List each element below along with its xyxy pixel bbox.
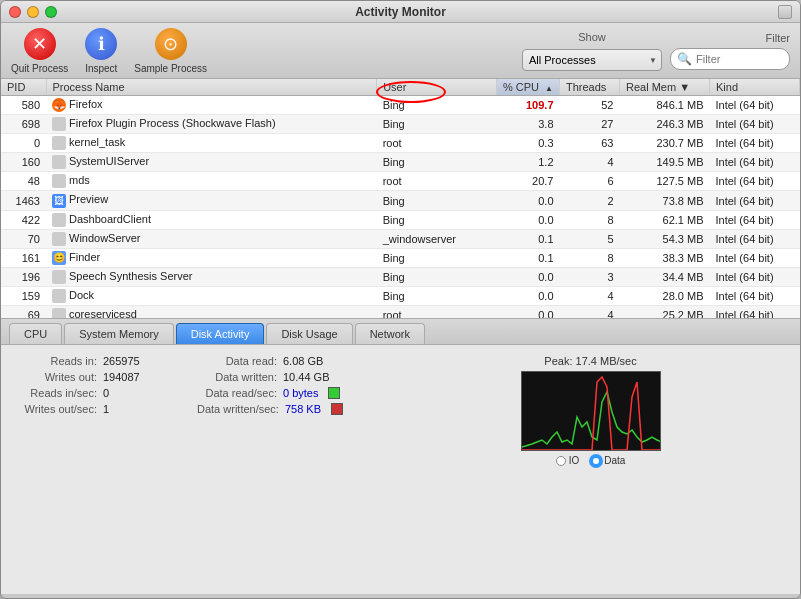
data-written-label: Data written: <box>197 371 277 383</box>
process-table-container[interactable]: PID Process Name User % CPU ▲ Threads Re… <box>1 79 800 319</box>
name-cell: Firefox Plugin Process (Shockwave Flash) <box>46 115 377 134</box>
reads-in-value: 265975 <box>103 355 140 367</box>
cpu-cell: 0.0 <box>496 267 559 286</box>
bottom-right-chart: Peak: 17.4 MB/sec IO Data <box>397 355 784 584</box>
process-icon <box>52 174 66 188</box>
io-legend-item[interactable]: IO <box>556 455 580 466</box>
col-mem[interactable]: Real Mem ▼ <box>620 79 710 96</box>
sample-process-button[interactable]: ⊙ Sample Process <box>134 28 207 74</box>
inspect-label: Inspect <box>85 63 117 74</box>
table-row[interactable]: 422 DashboardClient Bing 0.0 8 62.1 MB I… <box>1 210 800 229</box>
user-cell: _windowserver <box>377 229 497 248</box>
data-line <box>522 377 661 450</box>
filter-input[interactable] <box>696 53 776 65</box>
col-cpu[interactable]: % CPU ▲ <box>496 79 559 96</box>
kind-cell: Intel (64 bit) <box>710 191 800 210</box>
col-pid[interactable]: PID <box>1 79 46 96</box>
cpu-cell: 20.7 <box>496 172 559 191</box>
writes-out-row: Writes out: 194087 <box>17 371 177 383</box>
process-icon <box>52 117 66 131</box>
quit-icon: ✕ <box>24 28 56 60</box>
app-title: Activity Monitor <box>355 5 446 19</box>
chart-svg <box>522 372 661 451</box>
table-row[interactable]: 159 Dock Bing 0.0 4 28.0 MB Intel (64 bi… <box>1 286 800 305</box>
col-threads[interactable]: Threads <box>560 79 620 96</box>
toolbar: ✕ Quit Process ℹ Inspect ⊙ Sample Proces… <box>1 23 800 79</box>
col-user[interactable]: User <box>377 79 497 96</box>
data-read-value: 6.08 GB <box>283 355 323 367</box>
table-row[interactable]: 1463 🖼Preview Bing 0.0 2 73.8 MB Intel (… <box>1 191 800 210</box>
maximize-button[interactable] <box>45 6 57 18</box>
threads-cell: 52 <box>560 96 620 115</box>
table-row[interactable]: 196 Speech Synthesis Server Bing 0.0 3 3… <box>1 267 800 286</box>
close-button[interactable] <box>9 6 21 18</box>
user-cell: Bing <box>377 286 497 305</box>
tab-cpu[interactable]: CPU <box>9 323 62 344</box>
kind-cell: Intel (64 bit) <box>710 96 800 115</box>
tab-network[interactable]: Network <box>355 323 425 344</box>
table-row[interactable]: 580 🦊Firefox Bing 109.7 52 846.1 MB Inte… <box>1 96 800 115</box>
process-icon <box>52 308 66 319</box>
mem-cell: 127.5 MB <box>620 172 710 191</box>
chart-legend: IO Data <box>556 455 626 466</box>
filter-box[interactable]: 🔍 <box>670 48 790 70</box>
col-kind[interactable]: Kind <box>710 79 800 96</box>
kind-cell: Intel (64 bit) <box>710 134 800 153</box>
pid-cell: 0 <box>1 134 46 153</box>
data-radio[interactable] <box>591 456 601 466</box>
name-cell: Speech Synthesis Server <box>46 267 377 286</box>
name-cell: 🦊Firefox <box>46 96 377 115</box>
process-filter-select[interactable]: All Processes <box>522 49 662 71</box>
finder-icon: 😊 <box>52 251 66 265</box>
table-row[interactable]: 69 coreservicesd root 0.0 4 25.2 MB Inte… <box>1 306 800 319</box>
writes-per-sec-value: 1 <box>103 403 109 415</box>
kind-cell: Intel (64 bit) <box>710 306 800 319</box>
tab-system-memory[interactable]: System Memory <box>64 323 173 344</box>
process-table: PID Process Name User % CPU ▲ Threads Re… <box>1 79 800 319</box>
threads-cell: 4 <box>560 153 620 172</box>
threads-cell: 27 <box>560 115 620 134</box>
process-name-text: mds <box>69 174 90 186</box>
writes-per-sec-label: Writes out/sec: <box>17 403 97 415</box>
filter-search-icon: 🔍 <box>677 52 692 66</box>
process-icon <box>52 213 66 227</box>
pid-cell: 698 <box>1 115 46 134</box>
write-swatch <box>331 403 343 415</box>
tab-disk-usage[interactable]: Disk Usage <box>266 323 352 344</box>
table-row[interactable]: 0 kernel_task root 0.3 63 230.7 MB Intel… <box>1 134 800 153</box>
filter-label: Filter <box>766 32 790 44</box>
table-row[interactable]: 698 Firefox Plugin Process (Shockwave Fl… <box>1 115 800 134</box>
quit-process-button[interactable]: ✕ Quit Process <box>11 28 68 74</box>
io-radio[interactable] <box>556 456 566 466</box>
table-row[interactable]: 70 WindowServer _windowserver 0.1 5 54.3… <box>1 229 800 248</box>
table-row[interactable]: 48 mds root 20.7 6 127.5 MB Intel (64 bi… <box>1 172 800 191</box>
tab-disk-activity[interactable]: Disk Activity <box>176 323 265 344</box>
pid-cell: 160 <box>1 153 46 172</box>
reads-per-sec-row: Reads in/sec: 0 <box>17 387 177 399</box>
name-cell: coreservicesd <box>46 306 377 319</box>
data-legend-item[interactable]: Data <box>591 455 625 466</box>
minimize-button[interactable] <box>27 6 39 18</box>
table-row[interactable]: 161 😊Finder Bing 0.1 8 38.3 MB Intel (64… <box>1 248 800 267</box>
resize-button[interactable] <box>778 5 792 19</box>
preview-icon: 🖼 <box>52 194 66 208</box>
name-cell: mds <box>46 172 377 191</box>
kind-cell: Intel (64 bit) <box>710 172 800 191</box>
data-read-label: Data read: <box>197 355 277 367</box>
inspect-button[interactable]: ℹ Inspect <box>76 28 126 74</box>
process-filter-wrapper: All Processes ▼ <box>522 49 662 71</box>
name-cell: WindowServer <box>46 229 377 248</box>
col-name[interactable]: Process Name <box>46 79 377 96</box>
data-read-row: Data read: 6.08 GB <box>197 355 377 367</box>
process-icon <box>52 155 66 169</box>
process-icon <box>52 232 66 246</box>
table-row[interactable]: 160 SystemUIServer Bing 1.2 4 149.5 MB I… <box>1 153 800 172</box>
kind-cell: Intel (64 bit) <box>710 115 800 134</box>
cpu-cell: 0.0 <box>496 191 559 210</box>
process-icon <box>52 270 66 284</box>
quit-label: Quit Process <box>11 63 68 74</box>
pid-cell: 422 <box>1 210 46 229</box>
pid-cell: 159 <box>1 286 46 305</box>
cpu-cell: 3.8 <box>496 115 559 134</box>
io-legend-label: IO <box>569 455 580 466</box>
